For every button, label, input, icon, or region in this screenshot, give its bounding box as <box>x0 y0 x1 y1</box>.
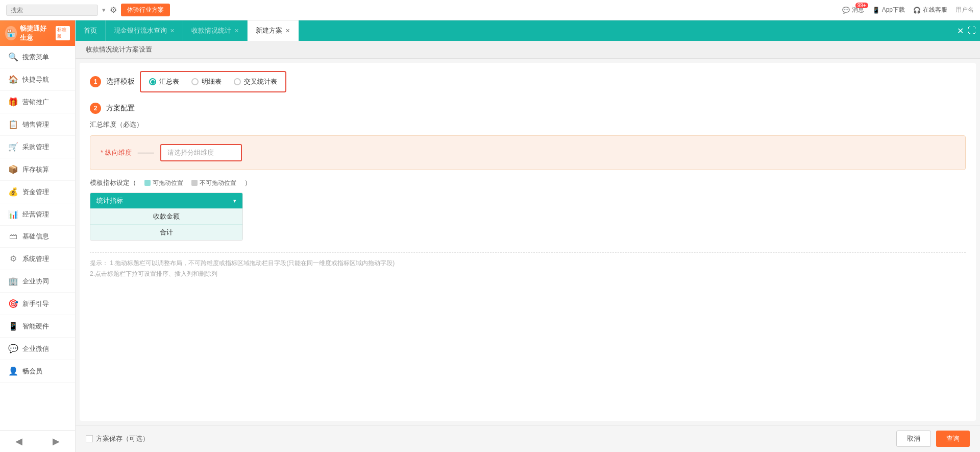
service-btn[interactable]: 🎧 在线客服 <box>913 6 947 14</box>
sidebar-item-label: 畅会员 <box>22 367 42 376</box>
tab-new-plan-close[interactable]: ✕ <box>285 28 290 34</box>
sidebar-item-operation[interactable]: 📊 经营管理 <box>0 203 75 226</box>
radio-cross-label: 交叉统计表 <box>244 77 277 86</box>
tab-close-all-icon[interactable]: ✕ <box>957 26 964 36</box>
sidebar-item-purchase[interactable]: 🛒 采购管理 <box>0 136 75 158</box>
metrics-item-collection: 收款金额 <box>90 208 242 224</box>
sidebar-item-hardware[interactable]: 📱 智能硬件 <box>0 315 75 338</box>
page-header: 收款情况统计方案设置 <box>76 41 980 59</box>
save-option[interactable]: 方案保存（可选） <box>86 434 149 443</box>
tab-collection-stats[interactable]: 收款情况统计 ✕ <box>183 20 248 41</box>
username-label: 用户名 <box>955 6 974 14</box>
sidebar-expand-btn[interactable]: ▶ <box>38 431 76 452</box>
download-label: App下载 <box>882 6 905 14</box>
search-chevron-icon[interactable]: ▾ <box>102 6 106 14</box>
sidebar-item-finance[interactable]: 💰 资金管理 <box>0 181 75 203</box>
radio-detail[interactable]: 明细表 <box>191 77 222 86</box>
tab-collection-stats-close[interactable]: ✕ <box>234 28 239 34</box>
sidebar-item-label: 企业微信 <box>22 344 49 353</box>
sidebar-item-enterprise[interactable]: 🏢 企业协同 <box>0 270 75 293</box>
radio-cross[interactable]: 交叉统计表 <box>234 77 277 86</box>
tab-bar-actions: ✕ ⛶ <box>957 26 980 36</box>
dimension-area: 纵向维度 —— 请选择分组维度 <box>90 135 966 170</box>
settings-icon[interactable]: ⚙ <box>110 5 117 15</box>
vertical-dimension-label: 纵向维度 <box>101 148 132 157</box>
basic-icon: 🗃 <box>8 232 18 241</box>
industry-btn[interactable]: 体验行业方案 <box>121 4 170 16</box>
metrics-table-header: 统计指标 ▾ <box>90 193 242 208</box>
wechat-icon: 💬 <box>8 344 18 353</box>
metrics-title: 统计指标 <box>96 196 123 205</box>
tips-section: 提示： 1.拖动标题栏可以调整布局，不可跨维度或指标区域拖动栏目字段(只能在同一… <box>90 252 966 278</box>
sidebar-item-wechat[interactable]: 💬 企业微信 <box>0 338 75 360</box>
tab-bar: 首页 现金银行流水查询 ✕ 收款情况统计 ✕ 新建方案 ✕ ✕ ⛶ <box>76 20 980 41</box>
download-btn[interactable]: 📱 App下载 <box>872 6 905 14</box>
tab-expand-icon[interactable]: ⛶ <box>968 26 976 35</box>
sidebar-item-marketing[interactable]: 🎁 营销推广 <box>0 91 75 113</box>
footer-buttons: 取消 查询 <box>896 431 970 447</box>
radio-summary[interactable]: 汇总表 <box>149 77 179 86</box>
step1-badge: 1 <box>90 76 101 87</box>
sidebar-item-member[interactable]: 👤 畅会员 <box>0 360 75 383</box>
sidebar-item-label: 智能硬件 <box>22 322 49 331</box>
sidebar-item-basic[interactable]: 🗃 基础信息 <box>0 226 75 248</box>
step2-section: 2 方案配置 汇总维度（必选） 纵向维度 —— 请选择分组维度 <box>90 103 966 278</box>
metrics-table: 统计指标 ▾ 收款金额 合计 <box>90 193 243 241</box>
tab-bank-flow-close[interactable]: ✕ <box>170 28 175 34</box>
metrics-dropdown-btn[interactable]: ▾ <box>233 198 236 204</box>
tab-bank-flow[interactable]: 现金银行流水查询 ✕ <box>106 20 183 41</box>
sidebar-item-label: 搜索菜单 <box>22 53 49 62</box>
page-content: 收款情况统计方案设置 1 选择模板 汇总表 <box>76 41 980 452</box>
sidebar-item-system[interactable]: ⚙ 系统管理 <box>0 248 75 270</box>
sidebar-logo: 🏪 畅捷通好生意 标准版 <box>0 20 75 46</box>
sidebar-item-label: 销售管理 <box>22 120 49 129</box>
metrics-label: 模板指标设定（ <box>90 178 136 187</box>
logo-badge: 标准版 <box>56 26 70 40</box>
sales-icon: 📋 <box>8 120 18 129</box>
sidebar-bottom: ◀ ▶ <box>0 430 75 452</box>
radio-detail-circle <box>191 78 199 85</box>
logo-text: 畅捷通好生意 <box>20 24 52 42</box>
movable-label: 可拖动位置 <box>153 179 183 187</box>
tab-home[interactable]: 首页 <box>76 20 106 41</box>
sidebar-item-label: 基础信息 <box>22 232 49 241</box>
sidebar-item-label: 采购管理 <box>22 142 49 152</box>
sidebar-item-inventory[interactable]: 📦 库存核算 <box>0 158 75 181</box>
sidebar-item-quick-nav[interactable]: 🏠 快捷导航 <box>0 68 75 91</box>
search-menu-icon: 🔍 <box>8 52 18 62</box>
sidebar-item-search-menu[interactable]: 🔍 搜索菜单 <box>0 46 75 68</box>
finance-icon: 💰 <box>8 187 18 197</box>
tab-collection-stats-label: 收款情况统计 <box>191 26 231 35</box>
marketing-icon: 🎁 <box>8 97 18 107</box>
message-icon: 💬 <box>842 7 850 14</box>
tab-bank-flow-label: 现金银行流水查询 <box>114 26 167 35</box>
metrics-close-bracket: ） <box>244 178 251 187</box>
sidebar-item-label: 企业协同 <box>22 277 49 286</box>
operation-icon: 📊 <box>8 209 18 219</box>
radio-summary-label: 汇总表 <box>159 77 179 86</box>
logo-icon: 🏪 <box>5 26 17 40</box>
query-button[interactable]: 查询 <box>936 431 970 447</box>
metrics-footer-row: 合计 <box>90 224 242 240</box>
unmovable-dot <box>191 180 198 186</box>
movable-indicator: 可拖动位置 <box>144 179 183 187</box>
main-layout: 🏪 畅捷通好生意 标准版 🔍 搜索菜单 🏠 快捷导航 🎁 营销推广 📋 销售管理… <box>0 20 980 452</box>
member-icon: 👤 <box>8 366 18 376</box>
sidebar-collapse-btn[interactable]: ◀ <box>0 431 38 452</box>
message-btn[interactable]: 💬 消息 99+ <box>842 6 864 14</box>
sidebar-item-label: 资金管理 <box>22 187 49 197</box>
message-badge: 99+ <box>855 3 868 8</box>
search-input[interactable] <box>6 5 98 16</box>
page-footer: 方案保存（可选） 取消 查询 <box>76 425 980 452</box>
cancel-button[interactable]: 取消 <box>896 431 931 447</box>
step1-header: 1 选择模板 汇总表 明细表 <box>90 71 966 92</box>
save-checkbox[interactable] <box>86 435 93 442</box>
step2-badge: 2 <box>90 103 101 114</box>
sidebar-item-sales[interactable]: 📋 销售管理 <box>0 113 75 136</box>
step2-title: 方案配置 <box>106 104 135 113</box>
guide-icon: 🎯 <box>8 299 18 308</box>
sidebar-item-guide[interactable]: 🎯 新手引导 <box>0 293 75 315</box>
metrics-header: 模板指标设定（ 可拖动位置 不可拖动位置 ） <box>90 178 966 187</box>
dimension-select[interactable]: 请选择分组维度 <box>160 144 242 161</box>
tab-new-plan[interactable]: 新建方案 ✕ <box>248 20 299 41</box>
